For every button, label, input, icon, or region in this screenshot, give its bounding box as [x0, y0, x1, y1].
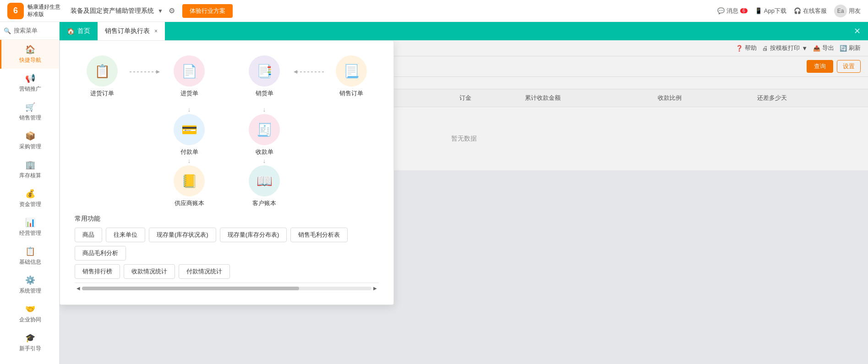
- message-icon: 💬: [717, 7, 725, 14]
- arrow-v-sale-receipt: ↓: [263, 106, 266, 113]
- sale-order-circle: 📃: [336, 55, 367, 87]
- purchase-order-icon: 📋: [94, 64, 110, 79]
- customer-ledger-circle: 📖: [249, 165, 280, 196]
- common-functions: 常用功能 商品 往来单位 现存量(库存状况表) 现存量(库存分布表) 销售毛利分…: [75, 215, 379, 279]
- supplier-ledger-icon: 📒: [181, 174, 197, 189]
- arrow-v-purchase-payment: ↓: [188, 106, 191, 113]
- func-btn-product-profit[interactable]: 商品毛利分析: [75, 246, 126, 261]
- graduation-icon: 🎓: [25, 333, 35, 343]
- flow-row-2-wrapper: ↓ 💳 付款单 ↓: [75, 105, 379, 165]
- sidebar-item-sales[interactable]: 🛒 销售管理: [0, 98, 59, 126]
- search-menu-btn[interactable]: 🔍 搜索菜单: [0, 22, 59, 40]
- logo-text: 畅康通好生意 标准版: [27, 4, 60, 18]
- purchase-order-circle: 📋: [87, 55, 118, 87]
- sidebar-item-marketing[interactable]: 📢 营销推广: [0, 69, 59, 98]
- func-btn-payment-stats[interactable]: 付款情况统计: [179, 264, 230, 279]
- flow-node-receipt[interactable]: 🧾 收款单: [237, 114, 292, 156]
- flow-node-purchase-order[interactable]: 📋 进货订单: [75, 55, 130, 98]
- settings-icon: ⚙️: [25, 275, 35, 285]
- arrow-sale-order-to-bill: [292, 68, 324, 76]
- func-btn-stock-dist[interactable]: 现存量(库存分布表): [220, 228, 287, 242]
- content-area: 🏠 首页 销售订单执行表 × ✕ ❓ 帮助 🖨 按模板打印 ▼: [60, 22, 868, 364]
- sidebar-item-purchase[interactable]: 📦 采购管理: [0, 126, 59, 155]
- tab-close-btn[interactable]: ×: [154, 28, 158, 34]
- payment-circle: 💳: [174, 114, 205, 145]
- sidebar-item-finance[interactable]: 💰 资金管理: [0, 184, 59, 213]
- flow-row-1: 📋 进货订单: [75, 55, 379, 98]
- home-tab-icon: 🏠: [67, 27, 75, 35]
- flow-node-customer-ledger[interactable]: 📖 客户账本: [237, 165, 292, 207]
- sidebar-item-basic[interactable]: 📋 基础信息: [0, 242, 59, 271]
- flow-node-sale-order[interactable]: 📃 销售订单: [324, 55, 379, 98]
- modal-panel: 📋 进货订单: [60, 40, 394, 305]
- svg-marker-3: [294, 70, 297, 74]
- tab-sales-execution[interactable]: 销售订单执行表 ×: [98, 22, 165, 40]
- flow-node-payment[interactable]: 💳 付款单: [162, 114, 217, 156]
- receipt-icon: 🧾: [257, 122, 273, 137]
- money-icon: 💰: [25, 189, 35, 199]
- scroll-right-btn[interactable]: ▶: [373, 286, 377, 291]
- online-service-btn[interactable]: 🎧 在线客服: [794, 7, 827, 15]
- scroll-bar-area: ◀ ▶: [75, 283, 379, 293]
- header: 6 畅康通好生意 标准版 装备及固定资产辅助管理系统 ▼ ⚙ 体验行业方案 💬 …: [0, 0, 868, 22]
- sidebar: 🔍 搜索菜单 🏠 快捷导航 📢 营销推广 🛒 销售管理 📦 采购管理 🏢 库存核…: [0, 22, 60, 364]
- arrow-v-receipt-customer: ↓: [263, 157, 266, 164]
- clipboard-icon: 📋: [25, 246, 35, 256]
- customer-ledger-icon: 📖: [257, 174, 273, 189]
- handshake-icon: 🤝: [25, 304, 35, 314]
- window-close-btn[interactable]: ✕: [850, 26, 864, 36]
- arrow-purchase-to-bill: [130, 68, 162, 76]
- chart-icon: 📊: [25, 217, 35, 228]
- sidebar-item-quick-nav[interactable]: 🏠 快捷导航: [0, 40, 59, 69]
- sidebar-item-beginner[interactable]: 🎓 新手引导: [0, 328, 59, 357]
- warehouse-icon: 🏢: [25, 160, 35, 170]
- arrow-v-payment-supplier: ↓: [188, 157, 191, 164]
- purchase-bill-icon: 📄: [181, 64, 197, 79]
- message-badge: 6: [740, 8, 748, 13]
- flow-node-purchase-bill[interactable]: 📄 进货单: [162, 55, 217, 98]
- app-icon: 📱: [755, 7, 762, 14]
- inner-page: ❓ 帮助 🖨 按模板打印 ▼ 📤 导出 🔄 刷新: [60, 40, 868, 364]
- scroll-thumb[interactable]: [82, 287, 299, 290]
- message-btn[interactable]: 💬 消息 6: [717, 7, 748, 15]
- func-btn-counterpart[interactable]: 往来单位: [106, 228, 145, 242]
- flow-node-sale-bill[interactable]: 📑 销货单: [237, 55, 292, 98]
- sidebar-item-inventory[interactable]: 🏢 库存核算: [0, 155, 59, 184]
- box-icon: 📦: [25, 131, 35, 141]
- func-btn-sales-ranking[interactable]: 销售排行榜: [75, 264, 120, 279]
- func-btn-product[interactable]: 商品: [75, 228, 102, 242]
- func-btn-sales-profit[interactable]: 销售毛利分析表: [290, 228, 348, 242]
- func-buttons-row-1: 商品 往来单位 现存量(库存状况表) 现存量(库存分布表) 销售毛利分析表 商品…: [75, 228, 379, 261]
- scroll-track: [82, 287, 371, 290]
- tab-bar: 🏠 首页 销售订单执行表 × ✕: [60, 22, 868, 40]
- sale-order-icon: 📃: [344, 64, 360, 79]
- sidebar-item-system[interactable]: ⚙️ 系统管理: [0, 271, 59, 299]
- common-functions-title: 常用功能: [75, 215, 379, 223]
- scroll-left-btn[interactable]: ◀: [76, 286, 80, 291]
- header-right: 💬 消息 6 📱 App下载 🎧 在线客服 Ea 用友: [717, 5, 861, 17]
- modal-backdrop: 📋 进货订单: [60, 40, 868, 364]
- system-title-area: 装备及固定资产辅助管理系统 ▼ ⚙ 体验行业方案: [71, 4, 717, 18]
- megaphone-icon: 📢: [25, 73, 35, 83]
- cart-icon: 🛒: [25, 102, 35, 112]
- gear-icon[interactable]: ⚙: [169, 6, 175, 15]
- tab-home[interactable]: 🏠 首页: [60, 22, 98, 40]
- payment-icon: 💳: [181, 122, 197, 137]
- flow-col-receipt: ↓ 🧾 收款单 ↓: [237, 105, 292, 165]
- search-icon: 🔍: [4, 27, 11, 34]
- sidebar-item-operation[interactable]: 📊 经营管理: [0, 213, 59, 242]
- purchase-bill-circle: 📄: [174, 55, 205, 87]
- supplier-ledger-circle: 📒: [174, 165, 205, 196]
- flow-node-supplier-ledger[interactable]: 📒 供应商账本: [162, 165, 217, 207]
- home-icon: 🏠: [25, 44, 35, 54]
- func-btn-receipt-stats[interactable]: 收款情况统计: [124, 264, 175, 279]
- sale-bill-icon: 📑: [257, 64, 273, 79]
- system-dropdown-btn[interactable]: ▼: [158, 8, 163, 14]
- sidebar-item-cooperation[interactable]: 🤝 企业协同: [0, 299, 59, 328]
- flow-col-payment: ↓ 💳 付款单 ↓: [162, 105, 217, 165]
- avatar: Ea: [834, 5, 847, 17]
- app-download-btn[interactable]: 📱 App下载: [755, 7, 786, 15]
- func-btn-stock-status[interactable]: 现存量(库存状况表): [149, 228, 216, 242]
- user-area[interactable]: Ea 用友: [834, 5, 861, 17]
- experience-btn[interactable]: 体验行业方案: [182, 4, 233, 18]
